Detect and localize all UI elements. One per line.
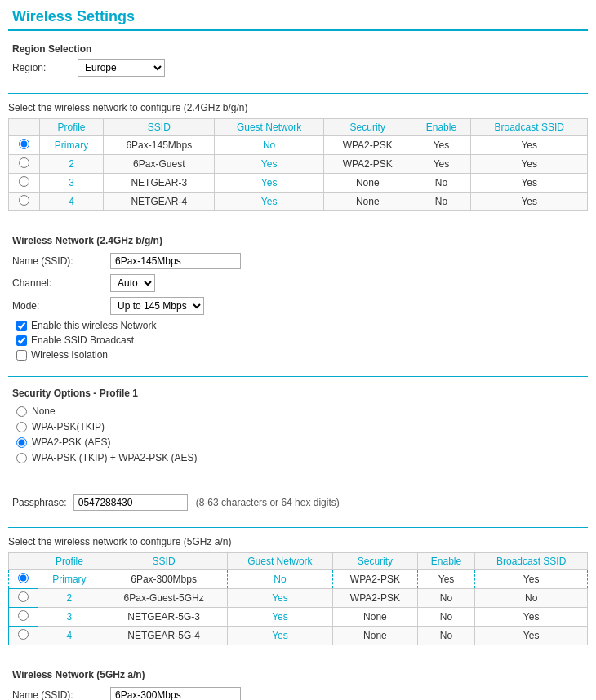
security-5g-1: WPA2-PSK [333,589,418,608]
ssid-5g-3: NETGEAR-5G-4 [100,627,227,645]
passphrase-label: Passphrase: [12,497,67,508]
security-both-row: WPA-PSK (TKIP) + WPA2-PSK (AES) [12,452,584,463]
channel-select-24[interactable]: Auto1234 56789 1011 [110,274,155,292]
table-5ghz-title: Select the wireless network to configure… [8,536,588,547]
ssid-broadcast-row: Enable SSID Broadcast [12,334,584,346]
enable-24-1: Yes [411,155,471,174]
radio-5g-3[interactable] [9,627,38,645]
ssid-row-5g: Name (SSID): [12,687,584,700]
radio-24-1[interactable] [9,155,40,174]
profile-24-2[interactable]: 3 [39,174,104,193]
radio-5g-0[interactable] [9,570,38,589]
col-security-24: Security [324,119,411,136]
ssid-24-3: NETGEAR-4 [104,193,215,211]
page-title: Wireless Settings [0,0,596,29]
security-wpa2-label: WPA2-PSK (AES) [32,436,110,448]
profile-24-0[interactable]: Primary [39,136,104,155]
security-none-radio[interactable] [16,406,27,417]
enable-wireless-checkbox[interactable] [16,321,27,331]
wireless-24-section: Wireless Network (2.4GHz b/g/n) Name (SS… [0,228,596,372]
passphrase-input[interactable] [73,494,188,511]
radio-5g-2[interactable] [9,608,38,627]
security-none-row: None [12,405,584,417]
broadcast-24-3: Yes [471,193,588,211]
col-ssid-24: SSID [104,119,215,136]
col-radio-24 [9,119,40,136]
ssid-input-24[interactable] [110,253,241,269]
security-section: Security Options - Profile 1 None WPA-PS… [0,381,596,476]
passphrase-row: Passphrase: (8-63 characters or 64 hex d… [12,494,584,511]
col-profile-5g: Profile [38,553,100,570]
ssid-24-1: 6Pax-Guest [104,155,215,174]
security-5g-3: None [333,627,418,645]
security-24-3: None [324,193,411,211]
table-24ghz-section: Select the wireless network to configure… [0,98,596,219]
profile-24-3[interactable]: 4 [39,193,104,211]
mode-row-24: Mode: Up to 145 Mbps Up to 54 Mbps Up to… [12,297,584,315]
mode-select-24[interactable]: Up to 145 Mbps Up to 54 Mbps Up to 11 Mb… [110,297,204,315]
enable-5g-0: Yes [417,570,474,589]
isolation-checkbox[interactable] [16,350,27,361]
enable-5g-1: No [417,589,474,608]
col-enable-5g: Enable [417,553,474,570]
wireless-5g-section: Wireless Network (5GHz a/n) Name (SSID): [0,662,596,700]
broadcast-24-0: Yes [471,136,588,155]
col-broadcast-24: Broadcast SSID [471,119,588,136]
security-5g-2: None [333,608,418,627]
security-wpa2-radio[interactable] [16,437,27,448]
radio-24-2[interactable] [9,174,40,193]
channel-label-24: Channel: [12,277,110,289]
ssid-input-5g[interactable] [110,687,241,700]
passphrase-hint: (8-63 characters or 64 hex digits) [196,497,340,508]
ssid-broadcast-checkbox[interactable] [16,335,27,346]
mode-label-24: Mode: [12,300,110,312]
divider-3 [8,376,588,377]
divider-1 [8,93,588,94]
broadcast-5g-1: No [475,589,588,608]
radio-5g-1[interactable] [9,589,38,608]
region-field-row: Region: Europe North America Asia Austra… [12,59,584,77]
ssid-5g-2: NETGEAR-5G-3 [100,608,227,627]
ssid-row-24: Name (SSID): [12,253,584,269]
profile-24-1[interactable]: 2 [39,155,104,174]
col-security-5g: Security [333,553,418,570]
wireless-24-title: Wireless Network (2.4GHz b/g/n) [12,235,584,246]
guest-24-0: No [215,136,324,155]
col-radio-5g [9,553,38,570]
profile-5g-3[interactable]: 4 [38,627,100,645]
guest-24-3: Yes [215,193,324,211]
guest-24-1: Yes [215,155,324,174]
channel-row-24: Channel: Auto1234 56789 1011 [12,274,584,292]
col-ssid-5g: SSID [100,553,227,570]
ssid-24-0: 6Pax-145Mbps [104,136,215,155]
ssid-label-5g: Name (SSID): [12,689,110,700]
security-tkip-row: WPA-PSK(TKIP) [12,421,584,432]
region-section-label: Region Selection [12,43,584,55]
security-both-radio[interactable] [16,453,27,463]
divider-4 [8,527,588,528]
ssid-broadcast-label: Enable SSID Broadcast [31,334,134,346]
profile-5g-1[interactable]: 2 [38,589,100,608]
broadcast-24-2: Yes [471,174,588,193]
guest-24-2: Yes [215,174,324,193]
security-24-2: None [324,174,411,193]
security-tkip-radio[interactable] [16,422,27,432]
profile-5g-0[interactable]: Primary [38,570,100,589]
enable-5g-3: No [417,627,474,645]
enable-24-3: No [411,193,471,211]
region-select[interactable]: Europe North America Asia Australia [78,59,165,77]
radio-24-3[interactable] [9,193,40,211]
table-24ghz: Profile SSID Guest Network Security Enab… [8,118,588,211]
security-title: Security Options - Profile 1 [12,388,584,399]
isolation-label: Wireless Isolation [31,349,108,361]
radio-24-0[interactable] [9,136,40,155]
profile-5g-2[interactable]: 3 [38,608,100,627]
divider-5 [8,658,588,658]
broadcast-5g-3: Yes [475,627,588,645]
col-broadcast-5g: Broadcast SSID [475,553,588,570]
ssid-5g-0: 6Pax-300Mbps [100,570,227,589]
region-label: Region: [12,62,78,73]
col-profile-24: Profile [39,119,104,136]
enable-24-2: No [411,174,471,193]
passphrase-section: Passphrase: (8-63 characters or 64 hex d… [0,488,596,523]
